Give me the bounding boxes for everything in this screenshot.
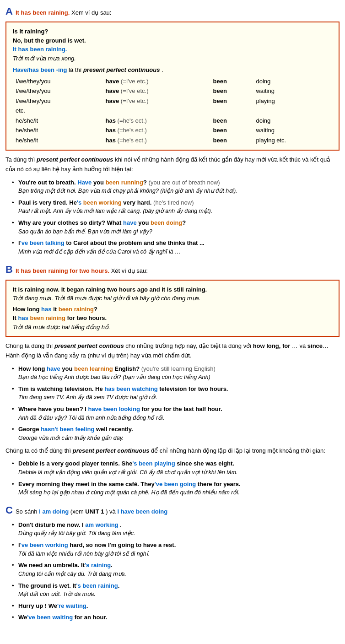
bullet-viet: Paul rất mệt. Anh ấy vừa mới làm việc rấ…: [18, 207, 340, 216]
verb-cell: playing: [253, 96, 332, 106]
bullet-sentence: The ground is wet. It's been raining.: [18, 582, 119, 589]
table-row: I/we/they/you have (=I've etc.) been wai…: [13, 86, 332, 96]
subj-cell: I/we/they/you: [13, 96, 103, 106]
section-b-bullets2: Debbie is a very good player tennis. She…: [12, 459, 340, 497]
para-b-rest1: cho những trường hợp này, đặc biệt là dù…: [124, 342, 253, 349]
section-c-pre: So sánh: [16, 508, 39, 515]
section-b-header: B It has been raining for two hours. Xét…: [5, 262, 340, 277]
bullet-sentence: Hurry up ! We're waiting.: [18, 602, 88, 609]
bullet-viet: Bạn trông mệt đứt hơi. Bạn vừa mới chạy …: [18, 187, 340, 195]
section-b: B It has been raining for two hours. Xét…: [5, 262, 340, 497]
table-row: I/we/they/you have (=I've etc.) been pla…: [13, 96, 332, 106]
bullet-sentence: Where have you been? I have been looking…: [18, 406, 222, 412]
bullet-sentence: I've been talking to Carol about the pro…: [18, 239, 205, 246]
grammar-table: I/we/they/you have (=I've etc.) been doi…: [13, 76, 332, 146]
section-b-title-normal: Xét ví dụ sau:: [111, 267, 148, 274]
section-c-title: So sánh I am doing (xem UNIT 1 ) và I ha…: [16, 507, 167, 516]
table-row: he/she/it has (=he's ect.) been playing …: [13, 135, 332, 146]
para-b2-grammar: present perfect continuous: [73, 447, 150, 454]
list-item: Hurry up ! We're waiting.: [12, 601, 340, 611]
list-item: Debbie is a very good player tennis. She…: [12, 459, 340, 476]
section-c-mid2: ) và: [106, 508, 117, 515]
section-a-title-highlight: It has been raining.: [16, 9, 70, 16]
box-a-line4: Trời mới vừa mưa xong.: [13, 54, 332, 63]
table-row: he/she/it has (=he's ect.) been waiting: [13, 125, 332, 135]
list-item: Every morning they meet in the same café…: [12, 480, 340, 497]
bullet-sentence: We need an umbrella. It's raining.: [18, 562, 113, 568]
box-a-line5: Have/has been -ing là thì present perfec…: [13, 65, 332, 75]
subj-cell: he/she/it: [13, 135, 103, 146]
list-item: Tim is watching television. He has been …: [12, 384, 340, 402]
aux-cell: have (=I've etc.): [103, 96, 210, 106]
para-b-pre: Chúng ta dùng thì: [5, 342, 54, 349]
box-a-line2: No, but the ground is wet.: [13, 36, 332, 45]
bullet-viet: Chúng tôi cần một cây dù. Trời đang mưa.: [18, 570, 340, 579]
bullet-sentence: You're out to breath. Have you been runn…: [18, 179, 147, 186]
been-cell: been: [210, 86, 253, 96]
bullet-sentence: Paul is very tired. He's been working ve…: [18, 199, 151, 206]
list-item: I've been working hard, so now I'm going…: [12, 541, 340, 558]
subj-cell: he/she/it: [13, 125, 103, 135]
section-b-para: Chúng ta dùng thì present perfect contio…: [5, 341, 340, 361]
bullet-viet: Tim đang xem TV. Anh ấy đã xem TV được h…: [18, 393, 340, 402]
bullet-sentence: I've been working hard, so now I'm going…: [18, 541, 176, 548]
table-row: he/she/it has (=he's ect.) been doing: [13, 116, 332, 126]
section-a-box: Is it raining? No, but the ground is wet…: [5, 22, 340, 151]
section-b-title-highlight: It has been raining for two hours.: [16, 267, 109, 274]
been-cell: been: [210, 125, 253, 135]
bullet-viet: George vừa mới cảm thấy khỏe gần đây.: [18, 434, 340, 443]
bullet-sentence: Debbie is a very good player tennis. She…: [18, 460, 234, 467]
box-b-line2: Trời đang mưa. Trời đã mưa được hai giờ …: [13, 294, 332, 303]
box-b-line5: Trời đã mưa được hai tiếng đồng hồ.: [13, 323, 332, 332]
aux-cell: have (=I've etc.): [103, 76, 210, 87]
list-item: You're out to breath. Have you been runn…: [12, 178, 340, 195]
list-item: We've been waiting for an hour.: [12, 613, 340, 622]
section-b-title: It has been raining for two hours. Xét v…: [16, 266, 148, 276]
section-c: C So sánh I am doing (xem UNIT 1 ) và I …: [5, 503, 340, 622]
bullet-viet: Debbie là một vận động viên quần vợt rất…: [18, 468, 340, 477]
aux-cell: has (=he's ect.): [103, 125, 210, 135]
subj-cell: I/we/they/you: [13, 86, 103, 96]
section-c-mid1: (xem: [70, 508, 86, 515]
section-b-box: It is raining now. It began raining two …: [5, 280, 340, 337]
subj-cell: he/she/it: [13, 116, 103, 126]
box-b-answer: It has been raining for two hours.: [13, 314, 107, 321]
bullet-viet: Anh đã ở đâu vậy? Tôi đã tìm anh nửa tiế…: [18, 414, 340, 422]
bullet-viet: Mình vừa mới đề cập đến vấn đề của Carol…: [18, 248, 340, 256]
verb-cell: doing: [253, 116, 332, 126]
etc-cell: etc.: [13, 106, 332, 116]
verb-cell: playing etc.: [253, 135, 332, 146]
list-item: Don't disturb me now. I am working . Đừn…: [12, 520, 340, 538]
bullet-viet: Tôi đã làm việc nhiều rồi nên bây giờ tô…: [18, 550, 340, 558]
para-b-rest2: … và: [290, 342, 307, 349]
para-b-grammar: present perfect contious: [54, 342, 124, 349]
verb-cell: doing: [253, 76, 332, 87]
bullet-sentence: Tim is watching television. He has been …: [18, 385, 228, 392]
section-c-iam: I am doing: [39, 508, 69, 515]
box-b-line3: How long has it been raining?: [13, 305, 332, 314]
aux-cell: has (=he's ect.): [103, 135, 210, 146]
list-item: How long have you been learning English?…: [12, 364, 340, 382]
been-cell: been: [210, 135, 253, 146]
para-b2-rest: để chỉ những hành động lặp đi lặp lại tr…: [149, 447, 325, 454]
list-item: The ground is wet. It's been raining. Mặ…: [12, 581, 340, 599]
subj-cell: I/we/they/you: [13, 76, 103, 87]
table-row-etc: etc.: [13, 106, 332, 116]
list-item: Where have you been? I have been looking…: [12, 405, 340, 422]
box-a-line1: Is it raining?: [13, 27, 332, 36]
box-b-howlong: How long has it been raining?: [13, 306, 97, 313]
section-c-letter: C: [5, 503, 13, 518]
bullet-viet: Mỗi sáng họ lại gặp nhau ở cùng một quán…: [18, 488, 340, 497]
section-b-letter: B: [5, 262, 13, 277]
box-b-line4: It has been raining for two hours.: [13, 314, 332, 323]
box-a-viet: Trời mới vừa mưa xong.: [13, 55, 76, 62]
section-a-title-normal: Xem ví dụ sau:: [71, 9, 111, 16]
box-a-dot: .: [162, 66, 163, 73]
para-a-grammar: present perfect continuous: [37, 156, 113, 163]
section-a-letter: A: [5, 4, 13, 19]
been-cell: been: [210, 96, 253, 106]
bullet-viet: Mặt đất còn ướt. Trời đã mưa.: [18, 590, 340, 599]
section-a: A It has been raining. Xem ví dụ sau: Is…: [5, 4, 340, 256]
box-a-line5-post: là thì: [69, 66, 83, 73]
list-item: George hasn't been feeling well recently…: [12, 425, 340, 442]
